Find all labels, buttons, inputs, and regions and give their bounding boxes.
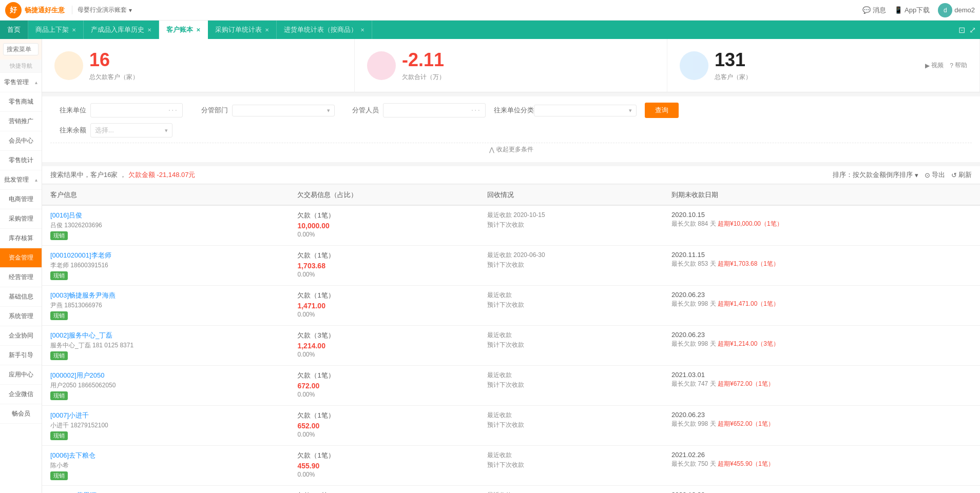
cell-recovery-3: 最近收款 预计下次收款 bbox=[479, 326, 663, 366]
tab-product-off-close[interactable]: ✕ bbox=[72, 27, 76, 33]
stat-overdue-amount: -2.11 欠款合计（万） bbox=[355, 39, 667, 92]
sidebar-item-basic-info[interactable]: 基础信息 bbox=[0, 287, 42, 307]
sidebar-item-inventory[interactable]: 库存核算 bbox=[0, 229, 42, 248]
table-row: [0002]服务中心_丁磊 服务中心_丁磊 181 0125 8371 现销 欠… bbox=[42, 326, 980, 366]
customer-phone-0: 吕俊 13026203696 bbox=[50, 221, 281, 230]
tab-product-history[interactable]: 产成品入库单历史 ✕ bbox=[84, 21, 159, 39]
tab-customer-account[interactable]: 客户账本 ✕ bbox=[159, 21, 208, 39]
export-button[interactable]: ⊙ 导出 bbox=[925, 170, 945, 180]
debt-amount-0[interactable]: 10,000.00 bbox=[297, 222, 471, 230]
dept-select[interactable]: ▾ bbox=[232, 105, 335, 116]
customer-name-2[interactable]: [0003]畅捷服务尹海燕 bbox=[50, 291, 281, 300]
customer-badge-4: 现销 bbox=[50, 391, 68, 400]
tab-purchase-stats[interactable]: 进货单统计表（按商品） ✕ bbox=[277, 21, 372, 39]
sidebar-item-batch-mgmt[interactable]: 批发管理 ▴ bbox=[0, 170, 42, 190]
sidebar-item-retail-stats[interactable]: 零售统计 bbox=[0, 151, 42, 170]
overdue-link-2[interactable]: 超期¥1,471.00（1笔） bbox=[718, 300, 779, 307]
sidebar-item-ecommerce[interactable]: 电商管理 bbox=[0, 190, 42, 209]
tab-purchase-order-close[interactable]: ✕ bbox=[265, 27, 269, 33]
app-download-label: App下载 bbox=[905, 6, 930, 15]
overdue-link-4[interactable]: 超期¥672.00（1笔） bbox=[718, 380, 774, 387]
sidebar-item-vip[interactable]: 畅会员 bbox=[0, 404, 42, 424]
video-action[interactable]: ▶ 视频 bbox=[925, 61, 944, 70]
sidebar-item-new-guide[interactable]: 新手引导 bbox=[0, 346, 42, 365]
customer-name-5[interactable]: [0007]小进千 bbox=[50, 411, 281, 420]
tab-restore-icon[interactable]: ⊡ bbox=[958, 25, 965, 35]
tab-purchase-stats-close[interactable]: ✕ bbox=[360, 27, 364, 33]
cell-due-1: 2020.11.15 最长欠款 853 天 超期¥1,703.68（1笔） bbox=[663, 246, 980, 286]
store-chevron-icon: ▾ bbox=[129, 7, 132, 14]
help-action[interactable]: ? 帮助 bbox=[950, 61, 967, 70]
customer-name-4[interactable]: [000002]用户2050 bbox=[50, 371, 281, 380]
collapse-bar[interactable]: ⋀ 收起更多条件 bbox=[50, 143, 972, 156]
source-unit-input[interactable]: ··· bbox=[90, 103, 183, 117]
tab-purchase-order[interactable]: 采购订单统计表 ✕ bbox=[208, 21, 277, 39]
debt-amount-5[interactable]: 652.00 bbox=[297, 422, 471, 430]
debt-amount-4[interactable]: 672.00 bbox=[297, 382, 471, 390]
customer-name-6[interactable]: [0006]去下粮仓 bbox=[50, 451, 281, 460]
tab-expand-icon[interactable]: ⤢ bbox=[969, 25, 976, 35]
debt-amount-1[interactable]: 1,703.68 bbox=[297, 262, 471, 270]
cell-customer-0: [0016]吕俊 吕俊 13026203696 现销 bbox=[42, 205, 289, 246]
overdue-info-5: 最长欠款 998 天 超期¥652.00（1笔） bbox=[671, 420, 972, 428]
debt-amount-6[interactable]: 455.90 bbox=[297, 462, 471, 470]
sidebar-item-enterprise[interactable]: 企业协同 bbox=[0, 326, 42, 346]
customer-name-3[interactable]: [0002]服务中心_丁磊 bbox=[50, 331, 281, 340]
sidebar-label-purchase: 采购管理 bbox=[9, 215, 33, 222]
help-icon: ? bbox=[950, 62, 953, 69]
refresh-icon: ↺ bbox=[951, 171, 957, 179]
overdue-link-1[interactable]: 超期¥1,703.68（1笔） bbox=[718, 260, 779, 267]
balance-select[interactable]: 选择... ▾ bbox=[90, 123, 172, 137]
sidebar-label-basic-info: 基础信息 bbox=[9, 293, 33, 300]
tab-product-off[interactable]: 商品上下架 ✕ bbox=[28, 21, 84, 39]
sidebar-item-operations[interactable]: 经营管理 bbox=[0, 268, 42, 287]
tab-product-history-label: 产成品入库单历史 bbox=[91, 25, 144, 34]
customer-name-1[interactable]: [0001020001]李老师 bbox=[50, 251, 281, 260]
sidebar-item-finance[interactable]: 资金管理 bbox=[0, 248, 42, 268]
overdue-info-6: 最长欠款 750 天 超期¥455.90（1笔） bbox=[671, 460, 972, 468]
collapse-up-icon: ⋀ bbox=[489, 146, 494, 153]
user-avatar-area[interactable]: d demo2 bbox=[938, 3, 975, 17]
tab-home[interactable]: 首页 bbox=[0, 21, 28, 39]
store-selector[interactable]: 母婴行业演示账套 ▾ bbox=[72, 6, 132, 14]
unit-category-select[interactable]: ▾ bbox=[534, 105, 637, 116]
overdue-link-0[interactable]: 超期¥10,000.00（1笔） bbox=[718, 220, 783, 227]
cell-debt-0: 欠款（1笔） 10,000.00 0.00% bbox=[289, 205, 479, 246]
tab-customer-account-close[interactable]: ✕ bbox=[196, 27, 200, 33]
search-button[interactable]: 查询 bbox=[645, 103, 679, 118]
sidebar-item-member[interactable]: 会员中心 bbox=[0, 131, 42, 151]
debt-amount-2[interactable]: 1,471.00 bbox=[297, 302, 471, 310]
table-row: [0003]畅捷服务尹海燕 尹燕 18513066976 现销 欠款（1笔） 1… bbox=[42, 286, 980, 326]
total-customers-label: 总客户（家） bbox=[715, 73, 752, 82]
sidebar-item-app-center[interactable]: 应用中心 bbox=[0, 365, 42, 385]
sidebar-label-retail-mall: 零售商城 bbox=[9, 98, 33, 105]
overdue-link-6[interactable]: 超期¥455.90（1笔） bbox=[718, 460, 774, 467]
customer-name-0[interactable]: [0016]吕俊 bbox=[50, 211, 281, 220]
app-download-button[interactable]: 📱 App下载 bbox=[894, 6, 930, 15]
recovery-next-4: 预计下次收款 bbox=[487, 381, 655, 389]
debt-amount-3[interactable]: 1,214.00 bbox=[297, 342, 471, 350]
sort-selector[interactable]: 排序：按欠款金额倒序排序 ▾ bbox=[833, 170, 918, 180]
debt-percent-3: 0.00% bbox=[297, 351, 471, 358]
sidebar-item-purchase[interactable]: 采购管理 bbox=[0, 209, 42, 229]
source-unit-dots-icon: ··· bbox=[168, 106, 178, 115]
sidebar-item-system[interactable]: 系统管理 bbox=[0, 307, 42, 326]
recovery-next-1: 预计下次收款 bbox=[487, 261, 655, 269]
tab-product-history-close[interactable]: ✕ bbox=[147, 27, 151, 33]
sidebar-item-marketing[interactable]: 营销推广 bbox=[0, 112, 42, 131]
person-input[interactable]: ··· bbox=[383, 103, 486, 117]
sort-chevron-icon: ▾ bbox=[915, 171, 918, 179]
unit-category-label: 往来单位分类 bbox=[494, 106, 530, 115]
sidebar-item-enterprise-wechat[interactable]: 企业微信 bbox=[0, 385, 42, 404]
sidebar-item-retail-mall[interactable]: 零售商城 bbox=[0, 92, 42, 112]
tab-bar-actions: ⊡ ⤢ bbox=[958, 25, 980, 35]
sidebar-item-retail-mgmt[interactable]: 零售管理 ▴ bbox=[0, 73, 42, 92]
message-button[interactable]: 💬 消息 bbox=[862, 6, 886, 15]
customer-name-7[interactable]: [000001]黄思源 bbox=[50, 491, 281, 493]
sidebar-label-enterprise: 企业协同 bbox=[9, 332, 33, 339]
overdue-link-5[interactable]: 超期¥652.00（1笔） bbox=[718, 420, 774, 427]
sidebar-search-input[interactable] bbox=[3, 43, 39, 55]
overdue-link-3[interactable]: 超期¥1,214.00（3笔） bbox=[718, 340, 779, 347]
refresh-button[interactable]: ↺ 刷新 bbox=[951, 170, 972, 180]
debt-count-7: 欠款（1笔） bbox=[297, 491, 471, 493]
